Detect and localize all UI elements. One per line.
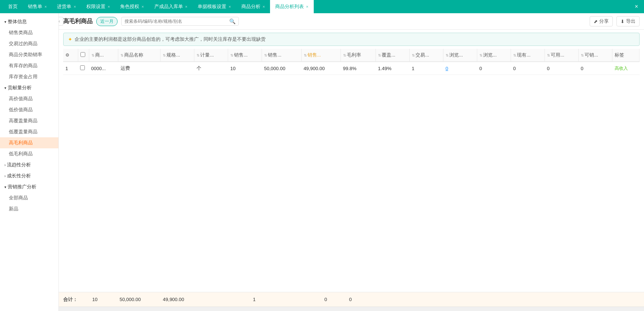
export-icon: ⬇ [620, 19, 625, 24]
col-browse1[interactable]: ⇅浏览... [443, 49, 477, 62]
sidebar-item-sales-goods[interactable]: 销售类商品 [0, 27, 58, 38]
nav-tab-home[interactable]: 首页 [3, 0, 23, 13]
nav-tab-template-label: 单据模板设置 [198, 3, 226, 10]
table-container: ⚙ ⇅商... ⇅商品名称 ⇅规格... ⇅计量... ⇅销售... ⇅销售..… [59, 49, 644, 292]
nav-tab-template-close[interactable]: × [229, 4, 231, 9]
cell-spec [161, 62, 194, 75]
col-code[interactable]: ⇅商... [89, 49, 118, 62]
sidebar-collapse-button[interactable]: « [59, 17, 63, 26]
footer-stock-now: 0 [324, 297, 327, 302]
product-table: ⚙ ⇅商... ⇅商品名称 ⇅规格... ⇅计量... ⇅销售... ⇅销售..… [63, 49, 640, 75]
sidebar-item-high-margin[interactable]: 高毛利商品 [0, 137, 58, 148]
footer-transaction: 1 [253, 297, 255, 302]
horizontal-scrollbar[interactable] [59, 307, 644, 311]
nav-tab-permission-label: 权限设置 [86, 3, 105, 10]
nav-tab-analysis-list-close[interactable]: × [306, 4, 308, 9]
sidebar-item-in-stock[interactable]: 有库存的商品 [0, 60, 58, 71]
cell-browse1[interactable]: 0 [443, 62, 477, 75]
nav-tab-product-storage-label: 产成品入库单 [154, 3, 183, 10]
nav-tab-role[interactable]: 角色授权 × [115, 0, 149, 13]
share-icon: ⬈ [594, 19, 598, 24]
export-button[interactable]: ⬇ 导出 [616, 16, 640, 26]
footer-sales-amount: 50,000.00 [119, 297, 141, 302]
nav-tab-product-analysis-close[interactable]: × [263, 4, 265, 9]
table-row: 1 0000... 运费 个 10 50,000.00 49,900.00 99… [63, 62, 640, 75]
nav-tab-product-storage[interactable]: 产成品入库单 × [149, 0, 193, 13]
cell-index: 1 [63, 62, 78, 75]
cell-stock-now: 0 [511, 62, 545, 75]
sidebar-item-new-products[interactable]: 新品 [0, 203, 58, 214]
share-label: 分享 [599, 18, 609, 25]
nav-tab-permission[interactable]: 权限设置 × [81, 0, 115, 13]
col-unit[interactable]: ⇅计量... [194, 49, 228, 62]
sidebar: ▾ 整体信息 销售类商品 交易过的商品 商品分类助销率 有库存的商品 库存资金占… [0, 13, 59, 311]
arrow-trend-icon: › [4, 163, 6, 167]
col-browse2[interactable]: ⇅浏览... [477, 49, 511, 62]
search-icon[interactable]: 🔍 [229, 18, 235, 24]
nav-tab-product-storage-close[interactable]: × [185, 4, 187, 9]
cell-tag: 高收入 [612, 62, 640, 75]
cell-browse2: 0 [477, 62, 511, 75]
sidebar-item-stock-capital[interactable]: 库存资金占用 [0, 71, 58, 82]
col-coverage[interactable]: ⇅覆盖... [376, 49, 410, 62]
nav-tab-purchase-close[interactable]: × [73, 4, 76, 9]
nav-tab-product-analysis-label: 商品分析 [241, 3, 260, 10]
sidebar-group-trend[interactable]: › 流趋性分析 [0, 159, 58, 170]
info-icon: ✦ [68, 36, 72, 42]
col-available[interactable]: ⇅可用... [545, 49, 579, 62]
col-stock-now[interactable]: ⇅现有... [511, 49, 545, 62]
nav-tab-purchase[interactable]: 进货单 × [52, 0, 81, 13]
window-close-button[interactable]: × [632, 3, 641, 10]
search-input[interactable] [125, 19, 229, 24]
col-sales-qty[interactable]: ⇅销售... [228, 49, 262, 62]
nav-tab-product-analysis[interactable]: 商品分析 × [236, 0, 270, 13]
sidebar-item-low-coverage[interactable]: 低覆盖量商品 [0, 126, 58, 137]
sidebar-item-high-coverage[interactable]: 高覆盖量商品 [0, 115, 58, 126]
nav-tab-sales[interactable]: 销售单 × [23, 0, 52, 13]
select-all-checkbox[interactable] [80, 52, 85, 57]
nav-tab-purchase-label: 进货单 [57, 3, 71, 10]
nav-tab-analysis-list[interactable]: 商品分析列表 × [270, 0, 313, 13]
cell-sales-profit: 49,900.00 [301, 62, 341, 75]
page-title: 高毛利商品 [63, 18, 93, 25]
sidebar-group-marketing-label: 营销推广分析 [8, 184, 36, 190]
arrow-growth-icon: › [4, 174, 6, 178]
cell-code: 0000... [89, 62, 118, 75]
col-settings[interactable]: ⚙ [63, 49, 78, 62]
sidebar-group-growth-label: 成长性分析 [7, 173, 31, 179]
nav-tab-permission-close[interactable]: × [108, 4, 110, 9]
cell-unit: 个 [194, 62, 228, 75]
nav-tab-sales-label: 销售单 [28, 3, 42, 10]
sidebar-item-category-rate[interactable]: 商品分类助销率 [0, 49, 58, 60]
export-label: 导出 [626, 18, 636, 25]
sidebar-group-trend-label: 流趋性分析 [7, 162, 31, 168]
col-transaction[interactable]: ⇅交易... [410, 49, 443, 62]
col-sales-profit[interactable]: ⇅销售... [301, 49, 341, 62]
cell-check[interactable] [78, 62, 89, 75]
sidebar-item-traded-goods[interactable]: 交易过的商品 [0, 38, 58, 49]
col-spec[interactable]: ⇅规格... [161, 49, 194, 62]
share-button[interactable]: ⬈ 分享 [590, 16, 613, 26]
sidebar-item-high-value[interactable]: 高价值商品 [0, 93, 58, 104]
sidebar-item-low-margin[interactable]: 低毛利商品 [0, 148, 58, 159]
col-sales-amount[interactable]: ⇅销售... [262, 49, 301, 62]
nav-tab-template[interactable]: 单据模板设置 × [193, 0, 236, 13]
filter-last-month-button[interactable]: 近一月 [96, 17, 118, 26]
sidebar-group-growth[interactable]: › 成长性分析 [0, 170, 58, 181]
sidebar-group-contribution[interactable]: ▾ 贡献量分析 [0, 82, 58, 93]
col-name[interactable]: ⇅商品名称 [118, 49, 161, 62]
nav-tab-sales-close[interactable]: × [44, 4, 47, 9]
footer-sales-profit: 49,900.00 [163, 297, 184, 302]
col-sellable[interactable]: ⇅可销... [579, 49, 612, 62]
sidebar-item-low-value[interactable]: 低价值商品 [0, 104, 58, 115]
cell-sellable: 0 [579, 62, 612, 75]
nav-tab-analysis-list-label: 商品分析列表 [275, 3, 304, 10]
col-gross-rate[interactable]: ⇅毛利率 [341, 49, 375, 62]
sidebar-item-all-products[interactable]: 全部商品 [0, 192, 58, 203]
footer-label: 合计： [63, 296, 78, 303]
sidebar-group-contribution-label: 贡献量分析 [8, 84, 32, 91]
nav-tab-role-label: 角色授权 [120, 3, 139, 10]
sidebar-group-marketing[interactable]: ▾ 营销推广分析 [0, 181, 58, 192]
sidebar-group-overview[interactable]: ▾ 整体信息 [0, 16, 58, 27]
nav-tab-role-close[interactable]: × [141, 4, 144, 9]
